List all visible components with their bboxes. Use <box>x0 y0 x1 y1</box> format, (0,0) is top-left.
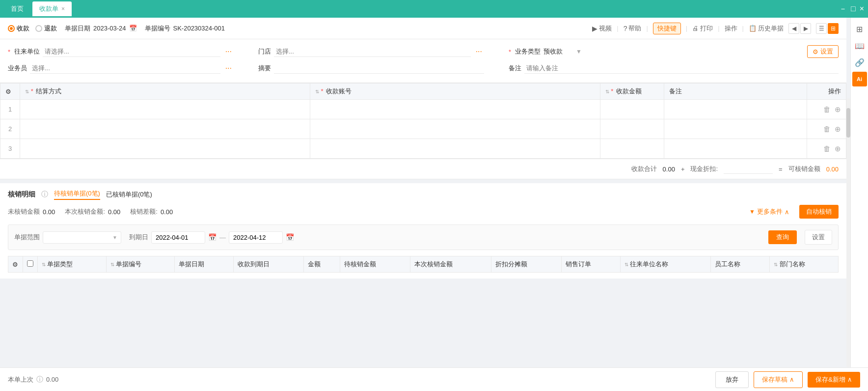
row3-amount[interactable] <box>600 139 664 159</box>
draft-btn[interactable]: 保存草稿 ∧ <box>754 371 803 388</box>
biz-required-star: * <box>509 48 511 56</box>
tab-receipt-label: 收款单 <box>39 4 58 13</box>
abandon-btn[interactable]: 放弃 <box>715 371 749 388</box>
col-action-header: 操作 <box>807 84 846 100</box>
row2-note[interactable] <box>664 119 807 139</box>
operations-btn[interactable]: 操作 <box>725 24 737 33</box>
row1-note[interactable] <box>664 100 807 119</box>
tab-close-icon[interactable]: × <box>61 5 65 12</box>
query-btn[interactable]: 查询 <box>768 230 797 244</box>
quickkey-btn[interactable]: 快捷键 <box>653 23 681 34</box>
note-input[interactable] <box>524 63 839 74</box>
print-btn[interactable]: 🖨 打印 <box>692 24 713 33</box>
list-view-btn[interactable]: ☰ <box>816 23 827 34</box>
store-input[interactable] <box>274 46 471 57</box>
date-from-input[interactable] <box>151 231 205 244</box>
cal-from-icon[interactable]: 📅 <box>208 233 217 241</box>
sort-icon: ⇅ <box>110 262 114 267</box>
footer: 本单上次 ⓘ 0.00 放弃 保存草稿 ∧ 保存&新增 ∧ <box>0 367 868 391</box>
prev-arrow[interactable]: ◀ <box>788 23 799 34</box>
copy-icon[interactable]: ⊕ <box>835 105 841 113</box>
discount-input[interactable] <box>724 164 773 174</box>
sidebar-link-icon[interactable]: 🔗 <box>852 55 867 70</box>
row2-account[interactable] <box>310 119 600 139</box>
close-window-icon[interactable]: × <box>860 4 864 13</box>
staff-dots-btn[interactable]: ··· <box>223 64 234 73</box>
filter-settings-btn[interactable]: 设置 <box>805 230 832 245</box>
sidebar-table-icon[interactable]: ⊞ <box>852 22 867 36</box>
stat-this-value: 0.00 <box>108 208 120 216</box>
next-arrow[interactable]: ▶ <box>800 23 811 34</box>
select-all-checkbox[interactable] <box>27 260 33 267</box>
tab-done[interactable]: 已核销单据(0笔) <box>106 190 152 199</box>
row1-account[interactable] <box>310 100 600 119</box>
help-btn[interactable]: ? 帮助 <box>624 24 642 33</box>
maximize-icon[interactable]: □ <box>851 4 856 13</box>
copy-icon[interactable]: ⊕ <box>835 125 841 133</box>
footer-order-value: 0.00 <box>46 376 58 383</box>
col-gear2-header[interactable]: ⚙ <box>8 256 23 273</box>
settings-btn[interactable]: ⚙ 设置 <box>807 45 839 58</box>
delete-icon[interactable]: 🗑 <box>823 105 831 113</box>
row-num-2: 2 <box>0 119 20 139</box>
sidebar-book-icon[interactable]: 📖 <box>852 38 867 53</box>
sort-icon: ⇅ <box>25 89 29 94</box>
biz-type-arrow[interactable]: ▼ <box>576 48 582 55</box>
chevron-up-icon: ∧ <box>785 208 789 216</box>
table-row: 1 🗑 ⊕ <box>0 100 846 119</box>
history-btn[interactable]: 📋 历史单据 <box>749 24 784 33</box>
draft-arrow-icon: ∧ <box>789 376 794 383</box>
avail-label: 可核销金额 <box>788 165 820 173</box>
row3-settlement[interactable] <box>20 139 310 159</box>
party-dots-btn[interactable]: ··· <box>223 47 234 56</box>
row2-amount[interactable] <box>600 119 664 139</box>
bottom-table-wrap: ⚙ ⇅ 单据类型 ⇅ 单据编号 <box>8 256 839 273</box>
row3-account[interactable] <box>310 139 600 159</box>
sidebar-ai-icon[interactable]: Ai <box>852 72 867 86</box>
stat-diff-label: 核销差额: <box>130 207 158 216</box>
cal-to-icon[interactable]: 📅 <box>286 233 294 241</box>
range-select[interactable] <box>43 231 121 244</box>
tab-receipt[interactable]: 收款单 × <box>32 1 72 16</box>
delete-icon[interactable]: 🗑 <box>823 125 831 133</box>
radio-refund[interactable]: 退款 <box>35 24 57 33</box>
scroll-thumb[interactable] <box>846 108 850 138</box>
col-number-header: ⇅ 单据编号 <box>106 256 175 273</box>
staff-input[interactable] <box>30 63 220 74</box>
toolbar-right: ▶ 视频 | ? 帮助 | 快捷键 | 🖨 打印 | 操作 | 📋 <box>592 23 839 34</box>
delete-icon[interactable]: 🗑 <box>823 144 831 153</box>
video-btn[interactable]: ▶ 视频 <box>592 24 612 33</box>
stat-uncanceled-value: 0.00 <box>43 208 55 216</box>
tab-pending[interactable]: 待核销单据(0笔) <box>54 189 100 200</box>
col-check-header[interactable] <box>23 256 38 273</box>
staff-field: 业务员 ··· <box>8 63 234 74</box>
right-scrollbar[interactable] <box>846 98 850 367</box>
row3-note[interactable] <box>664 139 807 159</box>
radio-receipt[interactable]: 收款 <box>8 24 29 33</box>
summary-row: 收款合计 0.00 + 现金折扣: = 可核销金额 0.00 <box>0 159 846 179</box>
nuclear-section: 核销明细 ⓘ 待核销单据(0笔) 已核销单据(0笔) 未核销金额 0.00 本次… <box>0 183 846 279</box>
party-required-star: * <box>8 48 10 56</box>
col-gear-header[interactable]: ⚙ <box>0 84 20 100</box>
sort-icon: ⇅ <box>624 262 628 267</box>
info-icon[interactable]: ⓘ <box>41 190 48 199</box>
toolbar: 收款 退款 单据日期 2023-03-24 📅 单据编号 SK-20230324… <box>0 18 846 39</box>
summary-input[interactable] <box>274 63 484 74</box>
biz-type-value: 预收款 <box>543 47 573 56</box>
date-to-input[interactable] <box>229 231 283 244</box>
row2-settlement[interactable] <box>20 119 310 139</box>
row1-amount[interactable] <box>600 100 664 119</box>
store-dots-btn[interactable]: ··· <box>474 47 484 56</box>
party-input[interactable] <box>43 46 220 57</box>
calendar-icon[interactable]: 📅 <box>129 25 137 32</box>
footer-info-icon[interactable]: ⓘ <box>36 375 43 384</box>
date-range-sep: — <box>219 234 226 241</box>
tab-home[interactable]: 首页 <box>4 1 30 16</box>
save-new-btn[interactable]: 保存&新增 ∧ <box>808 372 860 388</box>
grid-view-btn[interactable]: ⊞ <box>828 23 839 34</box>
row1-settlement[interactable] <box>20 100 310 119</box>
more-conditions-btn[interactable]: ▼ 更多条件 ∧ <box>749 207 789 216</box>
copy-icon[interactable]: ⊕ <box>835 144 841 153</box>
auto-cancel-btn[interactable]: 自动核销 <box>799 205 839 219</box>
minimize-icon[interactable]: － <box>839 4 847 14</box>
